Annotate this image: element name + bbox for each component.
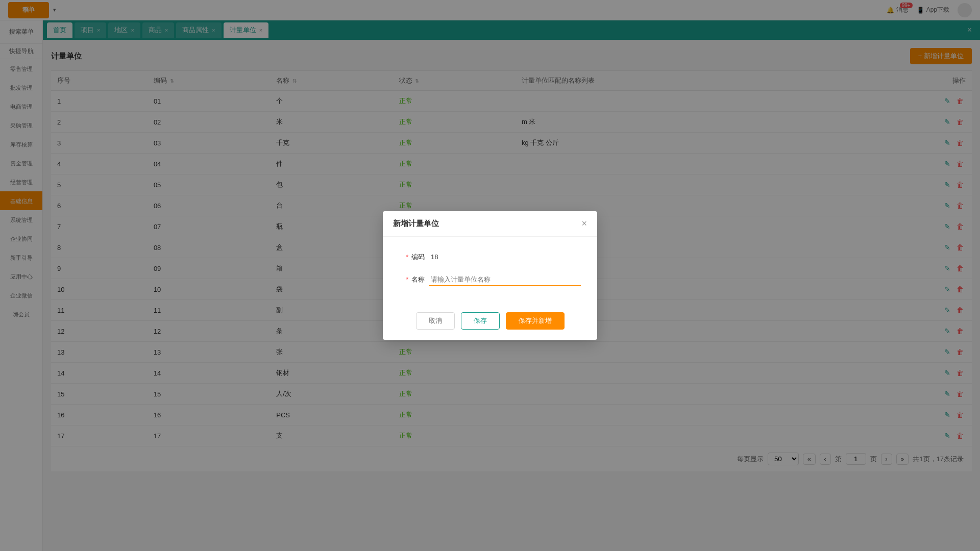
- name-label: * 名称: [399, 275, 425, 284]
- code-label: * 编码: [399, 253, 425, 262]
- cancel-button[interactable]: 取消: [416, 312, 455, 330]
- modal-title: 新增计量单位: [393, 219, 439, 229]
- add-unit-modal: 新增计量单位 × * 编码 * 名称 取消 保存 保存并新增: [383, 211, 597, 340]
- name-input[interactable]: [429, 273, 581, 286]
- save-and-new-button[interactable]: 保存并新增: [506, 312, 565, 330]
- modal-close-button[interactable]: ×: [581, 218, 587, 229]
- modal-body: * 编码 * 名称: [383, 237, 597, 306]
- code-input[interactable]: [429, 251, 581, 263]
- save-button[interactable]: 保存: [461, 312, 500, 330]
- modal-overlay: 新增计量单位 × * 编码 * 名称 取消 保存 保存并新增: [0, 0, 980, 551]
- name-form-row: * 名称: [399, 273, 581, 286]
- modal-header: 新增计量单位 ×: [383, 211, 597, 237]
- modal-footer: 取消 保存 保存并新增: [383, 306, 597, 340]
- name-required-star: *: [406, 276, 408, 283]
- code-form-row: * 编码: [399, 251, 581, 263]
- code-required-star: *: [406, 253, 408, 261]
